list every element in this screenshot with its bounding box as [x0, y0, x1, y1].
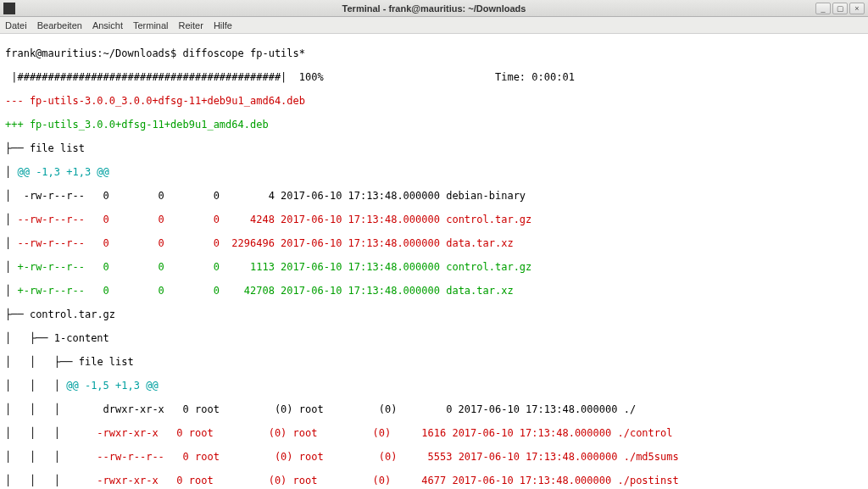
window-maximize-button[interactable]: ▢ [832, 3, 848, 14]
window-title: Terminal - frank@mauritius: ~/Downloads [0, 3, 868, 14]
menu-file[interactable]: Datei [5, 20, 27, 31]
section-1-content: 1-content [54, 332, 109, 344]
menu-help[interactable]: Hilfe [214, 20, 232, 31]
menu-view[interactable]: Ansicht [92, 20, 123, 31]
diff-minus-header: --- fp-utils-3.0.0_3.0.0+dfsg-11+deb9u1_… [5, 95, 863, 107]
diff-removed: -rwxr-xr-x 0 root (0) root (0) 1616 2017… [66, 427, 672, 439]
diff-plus-header: +++ fp-utils_3.0.0+dfsg-11+deb9u1_amd64.… [5, 119, 863, 131]
terminal-output[interactable]: frank@mauritius:~/Downloads$ diffoscope … [0, 34, 868, 489]
section-file-list: file list [30, 142, 85, 154]
file-line: │ -rw-r--r-- 0 0 0 4 2017-06-10 17:13:48… [5, 190, 863, 202]
diff-removed: --rw-r--r-- 0 0 0 2296496 2017-06-10 17:… [17, 237, 513, 249]
section-file-list: file list [79, 356, 134, 368]
window-close-button[interactable]: × [849, 3, 865, 14]
menu-terminal[interactable]: Terminal [133, 20, 169, 31]
diff-removed: --rw-r--r-- 0 0 0 4248 2017-06-10 17:13:… [17, 214, 531, 225]
diff-added: +-rw-r--r-- 0 0 0 42708 2017-06-10 17:13… [17, 285, 513, 297]
window-titlebar: Terminal - frank@mauritius: ~/Downloads … [0, 0, 868, 17]
shell-prompt: frank@mauritius:~/Downloads$ [5, 47, 183, 59]
diff-hunk: @@ -1,3 +1,3 @@ [17, 166, 108, 178]
diff-removed: --rw-r--r-- 0 root (0) root (0) 5553 201… [66, 451, 678, 463]
diff-added: +-rw-r--r-- 0 0 0 1113 2017-06-10 17:13:… [17, 261, 531, 273]
progress-line: |#######################################… [5, 71, 863, 83]
menu-bar: Datei Bearbeiten Ansicht Terminal Reiter… [0, 17, 868, 34]
shell-command: diffoscope fp-utils* [183, 47, 306, 59]
menu-edit[interactable]: Bearbeiten [37, 20, 82, 31]
diff-removed: -rwxr-xr-x 0 root (0) root (0) 4677 2017… [66, 475, 678, 486]
window-minimize-button[interactable]: _ [815, 3, 831, 14]
file-line: │ drwxr-xr-x 0 root (0) root (0) 0 2017-… [54, 403, 636, 415]
diff-hunk: @@ -1,5 +1,3 @@ [66, 380, 158, 392]
tree-branch: ├── [5, 142, 30, 154]
section-control-tgz: control.tar.gz [30, 308, 115, 320]
menu-tabs[interactable]: Reiter [179, 20, 203, 31]
